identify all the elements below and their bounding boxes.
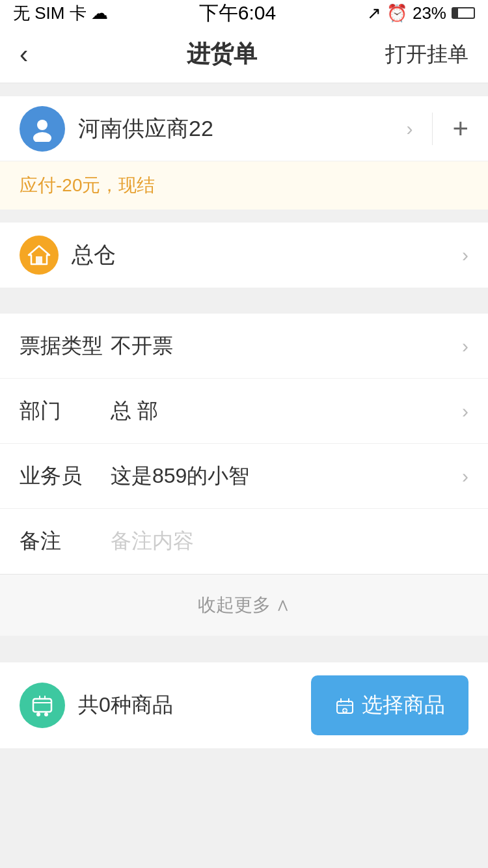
battery-icon: ↗	[367, 3, 381, 23]
gap-4	[0, 636, 488, 649]
gap-1	[0, 83, 488, 96]
status-time: 下午6:04	[199, 0, 276, 27]
collapse-button[interactable]: 收起更多 ∧	[0, 574, 488, 636]
product-icon	[20, 683, 65, 728]
sim-status: 无 SIM 卡 ☁	[13, 2, 108, 25]
user-icon	[29, 116, 55, 142]
sales-chevron-icon: ›	[462, 465, 468, 487]
divider	[432, 113, 433, 145]
page-title: 进货单	[187, 38, 257, 70]
bottom-bar: 共0种商品 选择商品	[0, 662, 488, 748]
dept-row[interactable]: 部门 总 部 ›	[0, 379, 488, 444]
add-supplier-button[interactable]: +	[452, 113, 468, 144]
notice-bar: 应付-20元，现结	[0, 161, 488, 210]
cart-icon	[29, 692, 55, 718]
product-count: 共0种商品	[78, 691, 311, 720]
remark-input[interactable]: 备注内容	[111, 527, 468, 556]
svg-point-1	[33, 132, 51, 142]
invoice-label: 票据类型	[20, 332, 111, 360]
supplier-section[interactable]: 河南供应商22 › +	[0, 96, 488, 161]
select-btn-label: 选择商品	[362, 691, 445, 720]
svg-point-6	[44, 712, 48, 716]
svg-rect-4	[33, 699, 51, 712]
back-button[interactable]: ‹	[20, 40, 59, 69]
remark-row[interactable]: 备注 备注内容	[0, 509, 488, 574]
svg-point-0	[37, 120, 47, 130]
notice-text: 应付-20元，现结	[20, 175, 155, 195]
alarm-icon: ⏰	[386, 3, 407, 23]
warehouse-chevron-icon: ›	[462, 244, 468, 266]
house-icon	[27, 243, 51, 267]
sales-value: 这是859的小智	[111, 462, 462, 491]
warehouse-icon	[20, 236, 59, 275]
form-section: 票据类型 不开票 › 部门 总 部 › 业务员 这是859的小智 › 备注 备注…	[0, 314, 488, 574]
supplier-name: 河南供应商22	[78, 114, 406, 144]
supplier-avatar	[20, 106, 65, 152]
dept-label: 部门	[20, 397, 111, 426]
gap-3	[0, 288, 488, 301]
battery-bar	[452, 7, 475, 19]
page-background	[0, 748, 488, 868]
nav-bar: ‹ 进货单 打开挂单	[0, 26, 488, 83]
remark-label: 备注	[20, 527, 111, 556]
dept-chevron-icon: ›	[462, 400, 468, 422]
warehouse-section[interactable]: 总仓 ›	[0, 223, 488, 288]
invoice-chevron-icon: ›	[462, 335, 468, 357]
svg-point-5	[36, 712, 40, 716]
sales-row[interactable]: 业务员 这是859的小智 ›	[0, 444, 488, 509]
select-cart-icon	[334, 694, 355, 718]
warehouse-name: 总仓	[72, 240, 462, 270]
battery-percent: 23%	[413, 3, 446, 23]
status-right: ↗ ⏰ 23%	[367, 3, 475, 23]
dept-value: 总 部	[111, 397, 462, 426]
status-left: 无 SIM 卡 ☁	[13, 2, 108, 25]
open-pending-button[interactable]: 打开挂单	[385, 40, 468, 69]
invoice-row[interactable]: 票据类型 不开票 ›	[0, 314, 488, 379]
gap-2	[0, 210, 488, 223]
svg-rect-3	[36, 256, 42, 264]
invoice-value: 不开票	[111, 332, 462, 360]
status-bar: 无 SIM 卡 ☁ 下午6:04 ↗ ⏰ 23%	[0, 0, 488, 26]
select-product-button[interactable]: 选择商品	[311, 675, 468, 735]
sales-label: 业务员	[20, 462, 111, 491]
supplier-chevron-icon: ›	[406, 118, 413, 140]
